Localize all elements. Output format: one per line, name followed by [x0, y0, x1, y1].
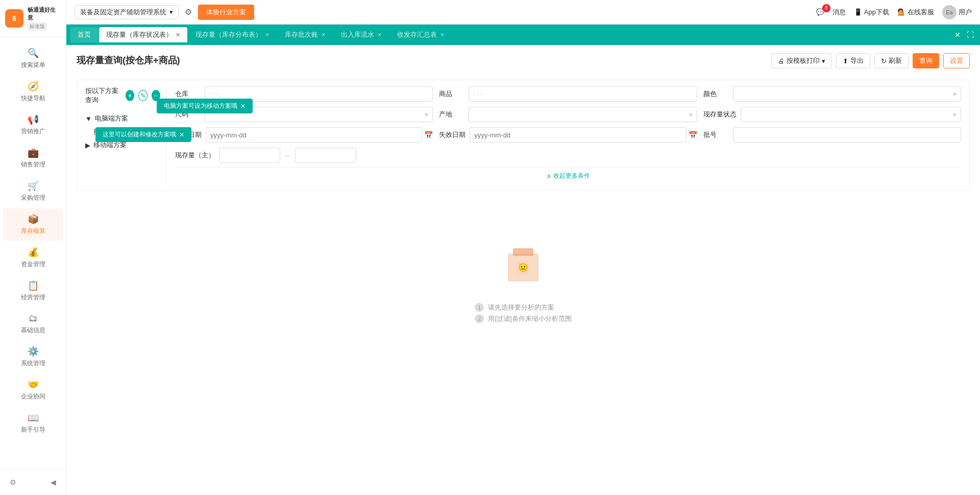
search-icon: 🔍	[28, 48, 39, 59]
svg-text:6: 6	[12, 14, 16, 22]
tab-fullscreen-icon[interactable]: ⛶	[965, 29, 976, 41]
chevron-down-icon: ▾	[822, 57, 825, 65]
tooltip-pc: 电脑方案可设为移动方案哦 ✕	[157, 99, 253, 113]
filter-color: 颜色 ▾	[703, 86, 961, 102]
tab-summary[interactable]: 收发存汇总表 ✕	[390, 27, 452, 42]
prod-date-input[interactable]	[206, 127, 422, 143]
sidebar-item-marketing[interactable]: 📢 营销推广	[3, 109, 63, 141]
refresh-btn[interactable]: ↻ 刷新	[874, 53, 909, 68]
tab-close-icon[interactable]: ✕	[440, 32, 445, 38]
goods-select[interactable]: ···	[469, 86, 697, 102]
chevron-down-icon: ▾	[689, 111, 693, 119]
scheme-label: 电脑端方案	[95, 114, 128, 123]
tab-home-label: 首页	[78, 30, 91, 39]
tab-home[interactable]: 首页	[70, 27, 98, 42]
sidebar-item-inventory[interactable]: 📦 库存核算	[3, 208, 63, 241]
goods-label: 商品	[439, 89, 464, 99]
sidebar-item-purchase[interactable]: 🛒 采购管理	[3, 175, 63, 207]
system-name: 装备及固定资产辅助管理系统	[80, 8, 166, 17]
qty-min-input[interactable]	[219, 148, 280, 163]
settings-btn[interactable]: ⚙	[5, 475, 20, 490]
tab-close-icon[interactable]: ✕	[265, 32, 270, 38]
status-label: 现存量状态	[703, 110, 737, 119]
svg-rect-3	[513, 248, 533, 256]
print-btn[interactable]: 🖨 按模板打印 ▾	[771, 53, 832, 68]
collapse-arrow-icon: ∧	[547, 173, 551, 180]
sidebar-item-enterprise[interactable]: 🤝 企业协同	[3, 374, 63, 406]
trial-btn[interactable]: 体验行业方案	[198, 5, 254, 20]
phone-icon: 📱	[854, 8, 862, 16]
batch-input[interactable]	[733, 127, 961, 143]
gear-icon[interactable]: ⚙	[185, 7, 192, 17]
color-select[interactable]: ▾	[733, 86, 961, 102]
sidebar-item-label: 营销推广	[21, 127, 45, 136]
tab-close-icon[interactable]: ✕	[321, 32, 326, 38]
app-download-item[interactable]: 📱 App下载	[854, 8, 889, 17]
export-label: 导出	[850, 56, 864, 65]
sidebar-item-basic[interactable]: 🗂 基础信息	[3, 308, 63, 340]
origin-select[interactable]: ▾	[469, 107, 697, 122]
chevron-down-icon: ▾	[953, 111, 957, 119]
scheme-item-pc[interactable]: ▼ 电脑端方案	[85, 112, 160, 125]
logo-name: 畅通通好生意	[28, 6, 61, 21]
user-item[interactable]: Ea 用户	[942, 5, 972, 19]
collapse-btn[interactable]: ◀	[45, 475, 61, 490]
tab-close-icon[interactable]: ✕	[176, 32, 180, 38]
page-title: 现存量查询(按仓库+商品)	[77, 54, 180, 66]
sidebar-item-label: 新手引导	[21, 426, 45, 434]
content: 现存量查询(按仓库+商品) 🖨 按模板打印 ▾ ⬆ 导出 ↻ 刷新	[66, 45, 980, 495]
exp-date-input[interactable]	[470, 127, 686, 143]
tab-inventory-status[interactable]: 现存量（库存状况表） ✕	[99, 27, 187, 42]
status-select[interactable]: ▾	[741, 107, 961, 122]
system-selector[interactable]: 装备及固定资产辅助管理系统 ▾	[75, 5, 179, 19]
export-btn[interactable]: ⬆ 导出	[836, 53, 870, 68]
tooltip-pc-close[interactable]: ✕	[240, 103, 246, 110]
sidebar-item-guide[interactable]: 📖 新手引导	[3, 407, 63, 439]
sidebar-item-nav[interactable]: 🧭 快捷导航	[3, 76, 63, 108]
qty-max-input[interactable]	[295, 148, 356, 163]
logo-icon: 6	[5, 9, 23, 28]
collapse-bar[interactable]: ∧ 收起更多条件	[175, 167, 961, 184]
tab-inventory-dist[interactable]: 现存量（库存分布表） ✕	[188, 27, 277, 42]
tab-batch[interactable]: 库存批次账 ✕	[278, 27, 333, 42]
header-left: 装备及固定资产辅助管理系统 ▾ ⚙ 体验行业方案	[75, 5, 254, 20]
tab-label: 现存量（库存状况表）	[106, 30, 173, 39]
tab-label: 现存量（库存分布表）	[195, 30, 262, 39]
dots-icon: ···	[209, 89, 219, 99]
add-scheme-btn[interactable]: +	[126, 90, 134, 101]
calendar-icon[interactable]: 📅	[424, 131, 433, 139]
batch-label: 批号	[703, 130, 729, 139]
settings-action-btn[interactable]: 设置	[943, 53, 970, 68]
sidebar-item-label: 基础信息	[21, 326, 45, 335]
tooltip-pc-text: 电脑方案可设为移动方案哦	[164, 102, 237, 110]
nav-icon: 🧭	[28, 81, 39, 92]
sidebar-item-search[interactable]: 🔍 搜索菜单	[3, 42, 63, 75]
finance-icon: 💰	[28, 247, 39, 258]
tab-close-all-icon[interactable]: ✕	[952, 29, 963, 41]
app-label: App下载	[864, 8, 889, 17]
search-btn[interactable]: 查询	[913, 53, 939, 68]
chevron-down-icon: ▾	[169, 8, 173, 16]
sidebar-item-finance[interactable]: 💰 资金管理	[3, 242, 63, 274]
service-item[interactable]: 💁 在线客服	[897, 8, 934, 17]
tooltip-edit-close[interactable]: ✕	[179, 131, 184, 138]
tab-right-buttons: ✕ ⛶	[952, 29, 976, 41]
sidebar-item-system[interactable]: ⚙️ 系统管理	[3, 341, 63, 373]
message-item[interactable]: 💬 8 消息	[816, 8, 846, 17]
edit-scheme-btn[interactable]: ✎	[138, 90, 148, 101]
logo-badge: 标准版	[28, 22, 47, 31]
header-right: 💬 8 消息 📱 App下载 💁 在线客服 Ea 用户	[816, 5, 972, 19]
tab-close-icon[interactable]: ✕	[377, 32, 382, 38]
sidebar-item-sales[interactable]: 💼 销售管理	[3, 142, 63, 174]
sidebar-item-label: 搜索菜单	[21, 61, 45, 69]
tab-inout[interactable]: 出入库流水 ✕	[334, 27, 389, 42]
top-header: 装备及固定资产辅助管理系统 ▾ ⚙ 体验行业方案 💬 8 消息 📱 App下载 …	[66, 0, 980, 25]
calendar-icon[interactable]: 📅	[689, 131, 697, 139]
sidebar-item-operations[interactable]: 📋 经营管理	[3, 275, 63, 307]
step1-num: 1	[475, 303, 484, 312]
exp-date-label: 失效日期	[439, 130, 465, 139]
filter-panel: 仓库 ··· 商品 ··· 颜色	[175, 86, 961, 184]
export-icon: ⬆	[843, 57, 848, 65]
filter-row-2: 尺码 ▾ 产地 ▾ 现存量状态	[175, 107, 961, 122]
sidebar-nav: 🔍 搜索菜单 🧭 快捷导航 📢 营销推广 💼 销售管理 🛒 采购管理 📦 库存核…	[0, 37, 66, 469]
